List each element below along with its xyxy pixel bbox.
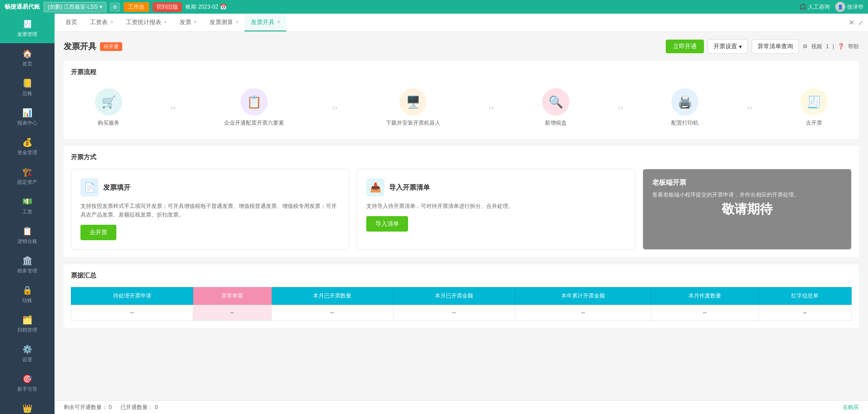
company-dropdown-icon: ▾ <box>100 4 102 10</box>
settings-circle-icon: ⚙ <box>803 43 808 50</box>
user-profile[interactable]: 👤 徐泽华 <box>835 2 863 12</box>
step-issue-label: 去开票 <box>806 119 822 127</box>
workstation-button[interactable]: 工作台 <box>124 2 149 12</box>
top-bar-left: 畅捷通易代账 (勿删) 江西服室-LSS ▾ ⧉ 工作台 切到旧版 账期 202… <box>5 2 227 12</box>
customer-service[interactable]: 🎧 人工咨询 <box>799 3 830 11</box>
company-selector[interactable]: (勿删) 江西服室-LSS ▾ <box>44 2 106 12</box>
home-icon: 🏠 <box>22 49 32 59</box>
step-tax-disk: 🔍 新增税盘 <box>542 88 569 127</box>
dropdown-arrow-icon: ▾ <box>739 43 742 50</box>
tab-invoice-issue[interactable]: 发票开具 × <box>244 14 286 31</box>
summary-title: 票据汇总 <box>71 272 852 280</box>
tab-bar: 首页 工资表 × 工资统计报表 × 发票 × 发票测算 × <box>55 14 868 32</box>
help-label: 帮助 <box>848 43 859 50</box>
sidebar-item-invoice[interactable]: 🧾 发票管理 <box>0 14 55 43</box>
tab-bar-right: ✕ ⤢ <box>848 18 863 27</box>
fill-invoice-button[interactable]: 去开票 <box>80 225 116 240</box>
window-restore-button[interactable]: ⤢ <box>858 19 863 26</box>
tab-salary-report-close[interactable]: × <box>164 20 167 25</box>
step-printer-label: 配置打印机 <box>671 119 698 127</box>
tab-invoice-calc-close[interactable]: × <box>236 20 239 25</box>
import-card-icon: 📥 <box>366 178 384 197</box>
tab-invoice[interactable]: 发票 × <box>173 14 203 31</box>
sidebar-item-assets[interactable]: 🏗️ 固定资产 <box>0 162 55 191</box>
step-issue-icon: 🧾 <box>800 88 828 116</box>
sidebar-item-ledger[interactable]: 📒 总账 <box>0 73 55 102</box>
tab-invoice-issue-label: 发票开具 <box>251 18 274 26</box>
method-cards-row: 📄 发票填开 支持按照发票样式手工填写开发票；可开具增值税电子普通发票、增值税普… <box>71 169 852 250</box>
switch-old-version-button[interactable]: 切到旧版 <box>153 2 182 12</box>
opened-value: 0 <box>155 404 158 410</box>
abnormal-query-button[interactable]: 异常清单查询 <box>752 39 799 54</box>
assets-icon: 🏗️ <box>22 167 32 177</box>
sidebar-item-purchase[interactable]: 📋 进销台账 <box>0 221 55 250</box>
copy-button[interactable]: ⧉ <box>110 3 120 11</box>
td-year-amount: -- <box>515 305 651 321</box>
import-invoice-button[interactable]: 导入清单 <box>366 216 408 232</box>
tab-salary-report[interactable]: 工资统计报表 × <box>120 14 173 31</box>
sidebar-item-closing[interactable]: 🔒 结账 <box>0 280 55 309</box>
import-card-title: 导入开票清单 <box>389 183 430 192</box>
tab-home[interactable]: 首页 <box>59 14 84 31</box>
sidebar-item-settings[interactable]: ⚙️ 设置 <box>0 339 55 369</box>
old-platform-desc: 查看老板端小程序提交的开票申请，并作出相应的开票处理。 <box>652 191 842 199</box>
help-area: ⚙ 视频 1 | ❓ 帮助 <box>803 43 859 50</box>
sidebar-item-home[interactable]: 🏠 首页 <box>0 43 55 73</box>
import-invoice-card: 📥 导入开票清单 支持导入待开票清单，可对待开票清单进行拆分、合并处理。 导入清… <box>357 169 635 250</box>
archive-icon: 🗂️ <box>22 315 32 325</box>
view-label: 视频 <box>811 43 822 50</box>
page-header: 发票开具 待开通 立即开通 开票设置 ▾ 异常清单查询 ⚙ 视频 1 | <box>64 39 859 54</box>
tab-salary[interactable]: 工资表 × <box>84 14 120 31</box>
settings-icon: ⚙️ <box>22 344 32 354</box>
tab-home-label: 首页 <box>65 18 77 26</box>
summary-table: 待处理开票申请 异常单票 本月已开票数量 本月已开票金额 本年累计开票金额 本月… <box>71 287 852 321</box>
headset-icon: 🎧 <box>799 4 806 10</box>
step-configure-icon: 📋 <box>240 88 268 116</box>
tab-invoice-issue-close[interactable]: × <box>277 20 280 25</box>
buy-link[interactable]: 去购买 <box>843 404 859 411</box>
closing-icon: 🔒 <box>22 285 32 295</box>
import-card-header: 📥 导入开票清单 <box>366 178 626 197</box>
help-separator: | <box>833 43 834 50</box>
sidebar-item-tax[interactable]: 🏛️ 税务管理 <box>0 250 55 280</box>
funds-icon: 💰 <box>22 137 32 147</box>
tab-invoice-calc[interactable]: 发票测算 × <box>203 14 245 31</box>
tab-salary-close[interactable]: × <box>110 20 113 25</box>
sidebar-item-salary[interactable]: 💵 工资 <box>0 191 55 221</box>
tab-invoice-close[interactable]: × <box>194 20 197 25</box>
calendar-icon[interactable]: 📅 <box>220 4 227 10</box>
sidebar: 🧾 发票管理 🏠 首页 📒 总账 📊 报表中心 💰 资金管理 🏗️ 固定资产 💵… <box>0 14 55 414</box>
member-icon: 👑 <box>22 404 32 414</box>
summary-table-header-row: 待处理开票申请 异常单票 本月已开票数量 本月已开票金额 本年累计开票金额 本月… <box>71 288 852 305</box>
sidebar-label-salary: 工资 <box>22 208 32 215</box>
arrow-1: ›› <box>170 103 176 112</box>
sidebar-label-guide: 新手引导 <box>17 386 37 393</box>
window-close-button[interactable]: ✕ <box>848 18 854 27</box>
sidebar-item-member[interactable]: 👑 畅会员 <box>0 398 55 414</box>
fill-card-icon: 📄 <box>80 178 99 197</box>
sidebar-label-assets: 固定资产 <box>17 179 37 186</box>
sidebar-item-funds[interactable]: 💰 资金管理 <box>0 132 55 162</box>
open-now-button[interactable]: 立即开通 <box>666 40 704 53</box>
th-red-info: 红字信息单 <box>758 288 851 305</box>
step-download: 🖥️ 下载并安装开票机器人 <box>386 88 440 127</box>
step-download-icon: 🖥️ <box>399 88 427 116</box>
td-month-count: -- <box>271 305 393 321</box>
open-settings-button[interactable]: 开票设置 ▾ <box>708 39 748 54</box>
fill-card-desc: 支持按照发票样式手工填写开发票；可开具增值税电子普通发票、增值税普通发票、增值税… <box>80 202 340 219</box>
sidebar-label-archive: 归档管理 <box>17 327 37 333</box>
sidebar-item-guide[interactable]: 🎯 新手引导 <box>0 369 55 398</box>
sidebar-label-reports: 报表中心 <box>17 120 37 126</box>
td-pending: -- <box>71 305 193 321</box>
sidebar-label-tax: 税务管理 <box>17 268 37 274</box>
old-platform-title: 老板端开票 <box>652 178 842 187</box>
content-area: 首页 工资表 × 工资统计报表 × 发票 × 发票测算 × <box>55 14 868 414</box>
sidebar-item-archive[interactable]: 🗂️ 归档管理 <box>0 309 55 339</box>
step-tax-disk-icon: 🔍 <box>542 88 569 116</box>
invoice-methods-title: 开票方式 <box>71 153 852 162</box>
period-info: 账期 2023-02 📅 <box>185 3 227 11</box>
ledger-icon: 📒 <box>22 78 32 88</box>
page-content: 发票开具 待开通 立即开通 开票设置 ▾ 异常清单查询 ⚙ 视频 1 | <box>55 32 868 400</box>
td-red-info: -- <box>758 305 851 321</box>
sidebar-item-reports[interactable]: 📊 报表中心 <box>0 102 55 132</box>
